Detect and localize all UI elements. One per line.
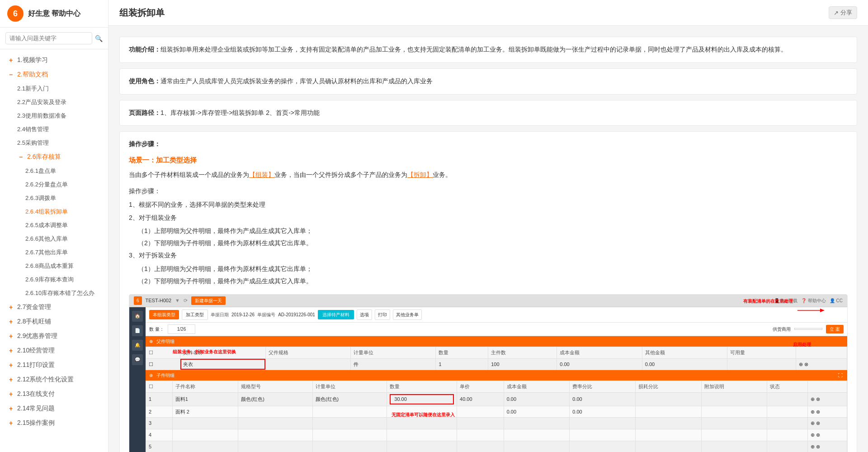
- window-dropdown-icon: ▼: [175, 296, 180, 305]
- sidebar-item-purchase[interactable]: 2.5采购管理: [0, 136, 108, 150]
- help-center: ❓ 帮助中心: [801, 297, 826, 305]
- sidebar-item-docs[interactable]: − 2.帮助文档: [0, 67, 108, 82]
- bcol-cost: 成本金额: [504, 381, 570, 393]
- col-avail: 可用量: [727, 347, 796, 358]
- sub-item-label: 2.6.6其他入库单: [25, 235, 68, 243]
- form-area: 本组装类型 加工类型 单据日期 2019-12-26 单据编号 AD-20191…: [146, 307, 847, 452]
- col-qty: 数量: [436, 347, 488, 358]
- nav-chat-icon: 💬: [132, 354, 143, 365]
- sidebar-item-stock6[interactable]: 2.6.6其他入库单: [0, 232, 108, 246]
- annotation-bom: 有装配清单的在这里处理: [743, 297, 793, 305]
- sidebar-item-stock7[interactable]: 2.6.7其他出库单: [0, 246, 108, 259]
- plus-icon: +: [7, 405, 14, 412]
- step-1: 1、根据不同的业务，选择不同单据的类型来处理: [129, 199, 848, 210]
- sidebar-item-label: 2.10经营管理: [17, 347, 55, 355]
- sub-item-label: 2.2产品安装及登录: [17, 98, 66, 106]
- sub-toolbar: 数 量： 1/26 供货商用 立 案: [146, 323, 847, 336]
- bcol-check: ☐: [146, 381, 173, 393]
- sidebar-item-label: 2.9优惠券管理: [17, 332, 57, 340]
- sidebar-item-stock9[interactable]: 2.6.9库存账本查询: [0, 273, 108, 286]
- sidebar-item-cases[interactable]: + 2.15操作案例: [0, 416, 108, 430]
- plus-icon: +: [7, 376, 14, 383]
- supplier-label: 供货商用: [773, 325, 791, 333]
- main-area: 组装拆卸单 ↗ 分享 功能介绍：组装拆卸单用来处理企业组装或拆卸等加工业务，支持…: [108, 0, 868, 452]
- sidebar-item-stock3[interactable]: 2.6.3调拨单: [0, 191, 108, 205]
- disassembly-link[interactable]: 【拆卸】: [407, 171, 433, 178]
- full-screen-icon: ⛶: [838, 371, 843, 379]
- sub-item-label: 2.6.7其他出库单: [25, 248, 68, 257]
- sidebar-item-finance[interactable]: + 2.7资金管理: [0, 300, 108, 314]
- sidebar-item-sales[interactable]: 2.4销售管理: [0, 123, 108, 136]
- bcol-rate: 费率分比: [570, 381, 636, 393]
- sidebar-item-stock2[interactable]: 2.6.2分量盘点单: [0, 178, 108, 191]
- sidebar-item-label: 2.13在线支付: [17, 390, 55, 398]
- search-icon[interactable]: 🔍: [95, 35, 103, 42]
- more-options: 选项: [357, 309, 372, 320]
- search-input[interactable]: [5, 32, 92, 44]
- step-3-2: （2）下部明细为子件明细，最终作为产成品生成其它入库单。: [129, 276, 848, 287]
- b-row-qty: 30.00 无固定清单可以随便在这里录入: [387, 393, 457, 406]
- assembly-link[interactable]: 【组装】: [249, 171, 274, 178]
- steps-card: 操作步骤： 场景一：加工类型选择 当由多个子件材料组装成一个成品的业务为【组装】…: [119, 131, 857, 452]
- share-label: 分享: [840, 9, 852, 17]
- sidebar-item-data[interactable]: 2.3使用前数据准备: [0, 109, 108, 123]
- row-qty: 1: [436, 358, 488, 370]
- sidebar-item-stock1[interactable]: 2.6.1盘点单: [0, 164, 108, 178]
- col-parent-spec: 父件规格: [265, 347, 350, 358]
- screenshot-area: 6 TEST-H002 ▼ ⟳ 新建单据一天 📱 App下载 ❓ 帮助中心 👤 …: [129, 295, 847, 452]
- sub-item-label: 2.6.9库存账本查询: [25, 276, 74, 284]
- table-row: 4⊕ ⊗: [146, 429, 847, 441]
- bcol-op: [807, 381, 847, 393]
- sidebar-item-stock[interactable]: − 2.6库存核算: [0, 150, 108, 164]
- date-value: 2019-12-26: [231, 311, 255, 319]
- confirm-btn: 立 案: [826, 325, 844, 333]
- sidebar-item-stock5[interactable]: 2.6.5成本调整单: [0, 219, 108, 232]
- sidebar-item-stock8[interactable]: 2.6.8商品成本重算: [0, 259, 108, 273]
- section-label: 父件明细: [156, 338, 175, 345]
- sidebar-item-label: 2.12系统个性化设置: [17, 376, 74, 384]
- sidebar-item-stock4[interactable]: 2.6.4组装拆卸单: [0, 205, 108, 219]
- minus-icon: −: [17, 153, 24, 161]
- row-check: ☐: [146, 358, 180, 370]
- sidebar-item-system[interactable]: + 2.12系统个性化设置: [0, 372, 108, 387]
- sidebar-item-faq[interactable]: + 2.14常见问题: [0, 401, 108, 416]
- sidebar-item-label: 2.帮助文档: [17, 71, 48, 79]
- table-row: 3⊕ ⊗: [146, 418, 847, 429]
- expand-icon: ⊕: [149, 338, 153, 345]
- sidebar-item-new[interactable]: 2.1新手入门: [0, 82, 108, 95]
- sub-item-label: 2.6.2分量盘点单: [25, 181, 68, 189]
- sidebar-item-install[interactable]: 2.2产品安装及登录: [0, 95, 108, 109]
- sidebar-item-video[interactable]: + 1.视频学习: [0, 53, 108, 67]
- row-unit: 件: [350, 358, 435, 370]
- sidebar-item-coupon[interactable]: + 2.9优惠券管理: [0, 329, 108, 343]
- nav-doc-icon: 📄: [132, 325, 143, 336]
- plus-icon: +: [7, 362, 14, 369]
- bcol-status: 状态: [767, 381, 807, 393]
- app-badge: 6: [134, 296, 142, 305]
- window-top-bar: 6 TEST-H002 ▼ ⟳ 新建单据一天: [134, 296, 226, 305]
- doc-label: 单据编号: [257, 311, 275, 319]
- screenshot-body: 🏠 📄 🔔 💬 本组装类型 加工类型 单据日期: [129, 307, 847, 452]
- operation-steps: 操作步骤： 1、根据不同的业务，选择不同单据的类型来处理 2、对于组装业务 （1…: [129, 186, 848, 287]
- red-arrow-right: [797, 306, 825, 317]
- share-button[interactable]: ↗ 分享: [829, 6, 857, 19]
- plus-icon: +: [7, 419, 14, 427]
- scenario-desc: 当由多个子件材料组装成一个成品的业务为【组装】业务，当由一个父件拆分成多个子产品…: [129, 170, 848, 181]
- main-header: 组装拆卸单 ↗ 分享: [108, 0, 868, 26]
- bcol-note: 附加说明: [701, 381, 767, 393]
- sidebar-item-print[interactable]: + 2.11打印设置: [0, 358, 108, 372]
- sidebar-item-stock10[interactable]: 2.6.10库存账本错了怎么办: [0, 286, 108, 300]
- row-main-qty: 100: [488, 358, 557, 370]
- bottom-section-header: ⊕ 子件明细 ⛶: [146, 370, 847, 381]
- col-other: 其他金额: [642, 347, 727, 358]
- supplier-field: [794, 328, 822, 330]
- sidebar-item-mobile[interactable]: + 2.8手机旺铺: [0, 314, 108, 329]
- sub-item-label: 2.5采购管理: [17, 139, 49, 147]
- doc-value: AD-20191226-001: [278, 311, 315, 319]
- role-card: 使用角色：通常由生产人员或库管人员完成拆装业务的操作，库管人员确认原材料的出库和…: [119, 68, 857, 95]
- bottom-table-wrap: ☐ 子件名称 规格型号 计量单位 数量 单价 成本金额 费率分比: [146, 381, 847, 452]
- sidebar-item-payment[interactable]: + 2.13在线支付: [0, 387, 108, 401]
- b-row-unit: 颜色(红色): [312, 393, 387, 406]
- sidebar-item-ops[interactable]: + 2.10经营管理: [0, 343, 108, 358]
- app-title: 好生意 帮助中心: [28, 9, 80, 19]
